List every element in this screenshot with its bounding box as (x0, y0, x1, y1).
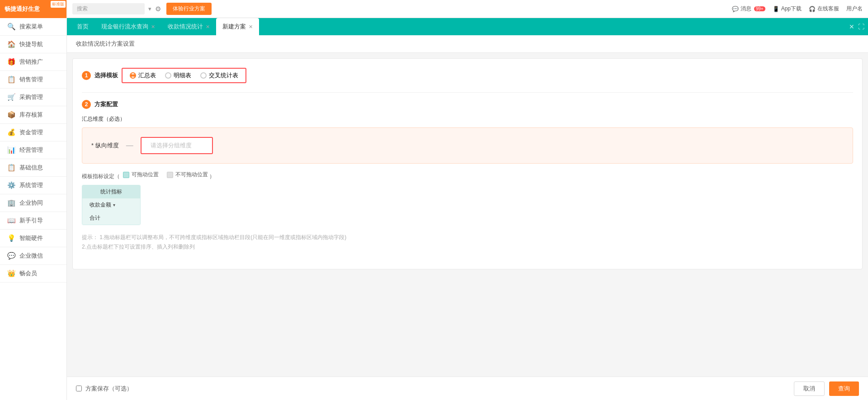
dimension-placeholder: 请选择分组维度 (151, 142, 192, 149)
sidebar-item-label: 系统管理 (19, 181, 43, 189)
search-placeholder-text: 搜索 (77, 5, 88, 12)
message-label: 消息 (741, 5, 751, 13)
sidebar-item-label: 库存核算 (19, 111, 43, 119)
stats-amount-row: 收款金额 ▾ (82, 198, 140, 212)
topbar-dropdown-arrow[interactable]: ▾ (148, 5, 151, 12)
tab-new-plan-label: 新建方案 (222, 23, 246, 31)
service-label: 在线客服 (817, 5, 839, 13)
sidebar-item-enterprise[interactable]: 🏢 企业协同 (0, 194, 66, 212)
query-button[interactable]: 查询 (829, 381, 859, 396)
tab-bank-flow[interactable]: 现金银行流水查询 ✕ (95, 18, 161, 35)
stats-amount-header: 收款金额 ▾ (90, 201, 115, 209)
template-select-box: 汇总表 明细表 交叉统计表 (122, 68, 246, 83)
step1-section: 1 选择模板 汇总表 明细表 (82, 68, 853, 83)
topbar: 搜索 ▾ ⚙ 体验行业方案 💬 消息 99+ 📱 App下载 🎧 在线客服 用户… (67, 0, 868, 18)
app-download-button[interactable]: 📱 App下载 (773, 5, 802, 13)
message-button[interactable]: 💬 消息 99+ (732, 5, 765, 13)
step1-title: 选择模板 (94, 71, 118, 80)
sidebar-item-label: 企业微信 (19, 252, 43, 260)
sidebar-item-inventory[interactable]: 📦 库存核算 (0, 106, 66, 124)
sidebar-item-sales[interactable]: 📋 销售管理 (0, 71, 66, 89)
tab-home[interactable]: 首页 (71, 18, 95, 35)
topbar-right: 💬 消息 99+ 📱 App下载 🎧 在线客服 用户名 (732, 5, 863, 13)
sidebar-item-label: 智能硬件 (19, 234, 43, 242)
radio-detail-label: 明细表 (174, 71, 191, 80)
sidebar-item-label: 搜索菜单 (19, 23, 43, 31)
marketing-icon: 🎁 (7, 58, 16, 66)
dimension-area: * 纵向维度 — 请选择分组维度 (82, 127, 853, 164)
sidebar-item-guide[interactable]: 📖 新手引导 (0, 212, 66, 230)
sidebar-item-label: 新手引导 (19, 216, 43, 225)
sidebar-logo-text: 畅捷通好生意 (5, 5, 40, 13)
wechat-icon: 💬 (7, 252, 16, 260)
sidebar-item-wechat[interactable]: 💬 企业微信 (0, 247, 66, 265)
main-area: 搜索 ▾ ⚙ 体验行业方案 💬 消息 99+ 📱 App下载 🎧 在线客服 用户… (67, 0, 868, 400)
sidebar-item-operation[interactable]: 📊 经营管理 (0, 141, 66, 159)
stats-total-cell: 合计 (82, 212, 108, 225)
sidebar-item-search-menu[interactable]: 🔍 搜索菜单 (0, 18, 66, 36)
operation-icon: 📊 (7, 146, 16, 154)
tabbar: 首页 现金银行流水查询 ✕ 收款情况统计 ✕ 新建方案 ✕ ✕ ⛶ (67, 18, 868, 35)
online-service-button[interactable]: 🎧 在线客服 (809, 5, 839, 13)
tab-bank-flow-close-icon[interactable]: ✕ (151, 24, 155, 30)
sidebar-logo: 畅捷通好生意 标准版 (0, 0, 66, 18)
sidebar-item-label: 营销推广 (19, 58, 43, 66)
footer-left: 方案保存（可选） (76, 385, 132, 393)
stats-total-label: 合计 (90, 215, 100, 221)
sidebar-item-label: 快捷导航 (19, 40, 43, 48)
tab-payment-stats[interactable]: 收款情况统计 ✕ (161, 18, 216, 35)
stats-table: 统计指标 收款金额 ▾ (82, 185, 141, 225)
content-area: 收款情况统计方案设置 1 选择模板 汇总表 (67, 35, 868, 400)
sidebar-item-label: 企业协同 (19, 199, 43, 207)
message-badge: 99+ (754, 6, 765, 11)
radio-detail[interactable]: 明细表 (165, 71, 191, 80)
tip-text-area: 提示： 1.拖动标题栏可以调整布局，不可跨维度或指标区域拖动栏目段(只能在同一维… (82, 234, 853, 251)
tab-home-label: 首页 (77, 23, 89, 31)
tabbar-expand-icon[interactable]: ⛶ (858, 23, 864, 30)
sidebar-item-marketing[interactable]: 🎁 营销推广 (0, 53, 66, 71)
radio-detail-circle (165, 72, 171, 79)
tab-bank-flow-label: 现金银行流水查询 (101, 23, 148, 31)
inventory-icon: 📦 (7, 111, 16, 119)
basic-info-icon: 📋 (7, 164, 16, 172)
user-name: 用户名 (846, 5, 863, 13)
nondraggable-legend-label: 不可拖动位置 (175, 171, 208, 179)
nondraggable-legend-box (167, 172, 173, 178)
sidebar-item-purchase[interactable]: 🛒 采购管理 (0, 89, 66, 106)
sidebar-item-label: 销售管理 (19, 75, 43, 84)
topbar-gear-icon[interactable]: ⚙ (155, 5, 161, 13)
save-checkbox[interactable] (76, 386, 82, 391)
indicator-separator (162, 173, 165, 179)
dimension-select-box[interactable]: 请选择分组维度 (141, 137, 213, 154)
cancel-button[interactable]: 取消 (794, 381, 825, 396)
sales-icon: 📋 (7, 75, 16, 84)
search-menu-icon: 🔍 (7, 23, 16, 31)
home-icon: 🏠 (7, 40, 16, 48)
radio-summary-label: 汇总表 (138, 71, 156, 80)
tabbar-actions: ✕ ⛶ (849, 23, 868, 30)
sidebar-item-system[interactable]: ⚙️ 系统管理 (0, 177, 66, 194)
radio-cross[interactable]: 交叉统计表 (200, 71, 238, 80)
stats-amount-dropdown-icon: ▾ (113, 202, 115, 207)
sidebar-item-quick-nav[interactable]: 🏠 快捷导航 (0, 36, 66, 53)
footer: 方案保存（可选） 取消 查询 (67, 376, 868, 400)
tab-new-plan-close-icon[interactable]: ✕ (249, 24, 253, 30)
tabbar-close-icon[interactable]: ✕ (849, 23, 854, 30)
sidebar-item-capital[interactable]: 💰 资金管理 (0, 124, 66, 141)
stats-amount-cell[interactable]: 收款金额 ▾ (82, 198, 123, 212)
stats-table-body: 收款金额 ▾ 合计 (82, 198, 140, 225)
trial-button[interactable]: 体验行业方案 (166, 3, 212, 15)
radio-summary[interactable]: 汇总表 (130, 71, 156, 80)
purchase-icon: 🛒 (7, 93, 16, 101)
radio-cross-circle (200, 72, 207, 79)
sidebar-item-smart-hw[interactable]: 💡 智能硬件 (0, 230, 66, 247)
sidebar-item-basic-info[interactable]: 📋 基础信息 (0, 159, 66, 177)
tab-new-plan[interactable]: 新建方案 ✕ (216, 18, 259, 35)
sidebar-logo-badge: 标准版 (51, 1, 66, 8)
sidebar-item-member[interactable]: 👑 畅会员 (0, 265, 66, 282)
summary-dimension-area: 汇总维度（必选） * 纵向维度 — 请选择分组维度 (82, 115, 853, 164)
sidebar-item-label: 资金管理 (19, 128, 43, 136)
tab-payment-stats-label: 收款情况统计 (168, 23, 203, 31)
summary-dimension-label: 汇总维度（必选） (82, 115, 853, 123)
tab-payment-stats-close-icon[interactable]: ✕ (206, 24, 210, 30)
